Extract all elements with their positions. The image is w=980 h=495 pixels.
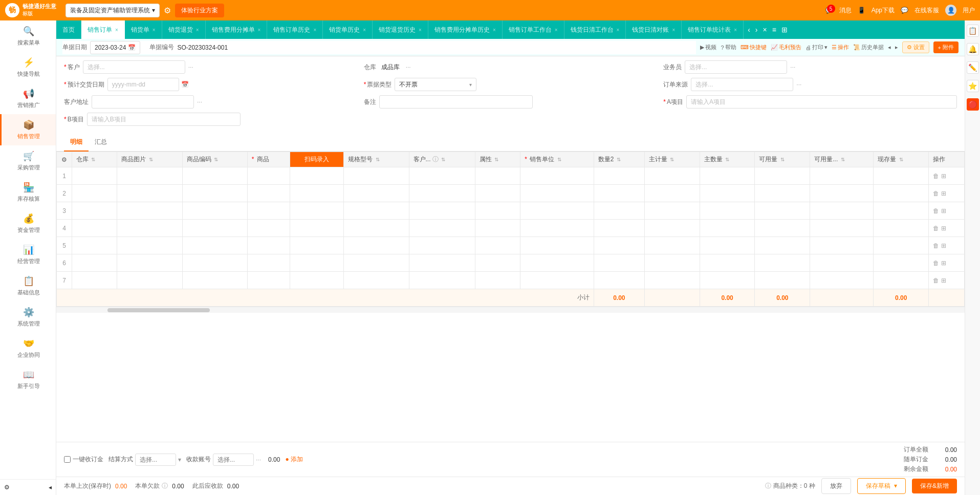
settings-icon[interactable]: ⚙ xyxy=(164,6,171,15)
row-6-code[interactable] xyxy=(182,254,247,272)
payment-input[interactable] xyxy=(135,454,176,466)
row-1-spec[interactable] xyxy=(344,167,409,185)
row-2-warehouse[interactable] xyxy=(72,185,117,202)
col-img[interactable]: 商品图片 ⇅ xyxy=(117,152,182,167)
add-link[interactable]: ● 添加 xyxy=(285,455,303,464)
row-4-stock[interactable] xyxy=(874,220,929,237)
tab-summary[interactable]: 汇总 xyxy=(89,134,113,152)
row-3-cust-spec[interactable] xyxy=(409,202,475,220)
account-input[interactable] xyxy=(213,454,254,466)
right-panel-star-icon[interactable]: ⭐ xyxy=(967,80,979,92)
sidebar-item-marketing[interactable]: 📢 营销推广 xyxy=(0,83,56,114)
row-3-copy-icon[interactable]: ⊞ xyxy=(941,207,946,214)
row-1-code[interactable] xyxy=(182,167,247,185)
col-qty2[interactable]: 数量2 ⇅ xyxy=(594,152,644,167)
row-6-warehouse[interactable] xyxy=(72,254,117,272)
scroll-thumb[interactable] xyxy=(107,308,210,312)
attach-button[interactable]: + 附件 xyxy=(933,41,959,53)
tab-sales-goods-close[interactable]: × xyxy=(153,27,156,33)
row-2-qty2[interactable] xyxy=(594,185,644,202)
row-1-copy-icon[interactable]: ⊞ xyxy=(941,173,946,180)
history-btn[interactable]: 📜 历史单据 xyxy=(853,44,884,51)
tab-home[interactable]: 首页 xyxy=(56,20,81,39)
row-3-img[interactable] xyxy=(117,202,182,220)
tab-daily-account-close[interactable]: × xyxy=(672,27,675,33)
row-3-available[interactable] xyxy=(755,202,810,220)
right-panel-bell-icon[interactable]: 🔔 xyxy=(967,43,979,55)
row-7-copy-icon[interactable]: ⊞ xyxy=(941,277,946,284)
row-4-cust-spec[interactable] xyxy=(409,220,475,237)
row-4-available2[interactable] xyxy=(810,220,874,237)
view-video-btn[interactable]: ▶ 视频 xyxy=(700,44,716,51)
sidebar-item-system[interactable]: ⚙️ 系统管理 xyxy=(0,302,56,333)
row-1-available2[interactable] xyxy=(810,167,874,185)
tab-sales-order-close[interactable]: × xyxy=(115,27,118,33)
row-4-code[interactable] xyxy=(182,220,247,237)
tab-sales-order[interactable]: 销售订单 × xyxy=(81,20,125,39)
row-7-code[interactable] xyxy=(182,272,247,289)
row-4-main-unit[interactable] xyxy=(644,220,700,237)
industry-solution-button[interactable]: 体验行业方案 xyxy=(175,4,224,17)
row-5-copy-icon[interactable]: ⊞ xyxy=(941,242,946,249)
sidebar-item-basic[interactable]: 📋 基础信息 xyxy=(0,270,56,302)
tab-daily-workbench-close[interactable]: × xyxy=(617,27,620,33)
row-4-main-qty[interactable] xyxy=(700,220,755,237)
row-5-code[interactable] xyxy=(182,237,247,254)
addr-dots[interactable]: ··· xyxy=(197,98,202,105)
row-1-warehouse[interactable] xyxy=(72,167,117,185)
shortcut-btn[interactable]: ⌨ 快捷键 xyxy=(741,44,767,51)
setting-button[interactable]: ⚙ 设置 xyxy=(902,41,929,53)
col-available[interactable]: 可用量 ⇅ xyxy=(755,152,810,167)
row-3-attr[interactable] xyxy=(475,202,520,220)
row-2-img[interactable] xyxy=(117,185,182,202)
tab-fee-split[interactable]: 销售费用分摊单 × xyxy=(206,20,268,39)
tab-fee-history-close[interactable]: × xyxy=(493,27,496,33)
row-2-copy-icon[interactable]: ⊞ xyxy=(941,190,946,197)
account-dots[interactable]: ··· xyxy=(256,456,261,463)
tab-stats[interactable]: 销售订单统计表 × xyxy=(682,20,744,39)
row-3-available2[interactable] xyxy=(810,202,874,220)
row-5-warehouse[interactable] xyxy=(72,237,117,254)
tab-workbench[interactable]: 销售订单工作台 × xyxy=(503,20,564,39)
col-available2[interactable]: 可用量... ⇅ xyxy=(810,152,874,167)
row-3-spec[interactable] xyxy=(344,202,409,220)
nav-right-btn[interactable]: ▸ xyxy=(895,44,898,51)
tab-return[interactable]: 销货退货 × xyxy=(162,20,206,39)
row-7-stock[interactable] xyxy=(874,272,929,289)
row-6-main-qty[interactable] xyxy=(700,254,755,272)
customer-dots[interactable]: ··· xyxy=(188,63,193,71)
sidebar-item-search[interactable]: 🔍 搜索菜单 xyxy=(0,20,56,52)
discard-button[interactable]: 放弃 xyxy=(821,478,851,494)
row-5-spec[interactable] xyxy=(344,237,409,254)
row-2-available2[interactable] xyxy=(810,185,874,202)
row-1-unit[interactable] xyxy=(520,167,594,185)
row-1-stock[interactable] xyxy=(874,167,929,185)
row-3-scan[interactable] xyxy=(290,202,344,220)
row-5-attr[interactable] xyxy=(475,237,520,254)
row-5-cust-spec[interactable] xyxy=(409,237,475,254)
help-btn[interactable]: ? 帮助 xyxy=(721,44,736,51)
tab-stats-close[interactable]: × xyxy=(734,27,737,33)
one-click-checkbox[interactable] xyxy=(64,456,71,463)
system-selector[interactable]: 装备及固定资产辅助管理系统 ▾ xyxy=(66,4,160,17)
row-5-main-qty[interactable] xyxy=(700,237,755,254)
row-5-delete-icon[interactable]: 🗑 xyxy=(933,242,939,249)
row-4-copy-icon[interactable]: ⊞ xyxy=(941,225,946,232)
warehouse-dots[interactable]: ··· xyxy=(406,63,411,71)
col-unit[interactable]: 销售单位 ⇅ xyxy=(520,152,594,167)
tab-next-arrow[interactable]: › xyxy=(753,25,760,35)
tab-return-history-close[interactable]: × xyxy=(419,27,422,33)
right-panel-edit-icon[interactable]: ✏️ xyxy=(967,61,979,74)
row-6-cust-spec[interactable] xyxy=(409,254,475,272)
tab-fee-split-close[interactable]: × xyxy=(258,27,261,33)
sidebar-item-finance[interactable]: 💰 资金管理 xyxy=(0,208,56,239)
row-2-scan[interactable] xyxy=(290,185,344,202)
row-3-main-qty[interactable] xyxy=(700,202,755,220)
row-1-qty2[interactable] xyxy=(594,167,644,185)
row-4-unit[interactable] xyxy=(520,220,594,237)
row-7-available[interactable] xyxy=(755,272,810,289)
row-7-main-qty[interactable] xyxy=(700,272,755,289)
row-1-main-unit[interactable] xyxy=(644,167,700,185)
right-panel-alert-icon[interactable]: 🔴 xyxy=(967,98,979,111)
col-settings[interactable]: ⚙ xyxy=(57,152,72,167)
